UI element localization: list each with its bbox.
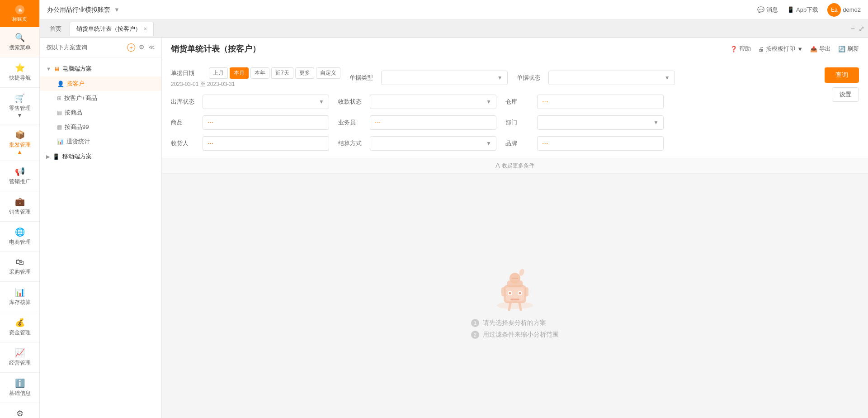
date-label: 单据日期 [171,69,203,77]
settlement-control[interactable]: ▼ [370,136,496,151]
empty-hints: 1 请先选择要分析的方案 2 用过滤条件来缩小分析范围 [471,319,559,339]
page-actions: ❓ 帮助 🖨 按模板打印 ▼ 📤 导出 🔄 刷新 [730,45,859,53]
order-type-control[interactable]: ▼ [381,71,508,85]
sidebar-item-label: 经营管理 [9,359,31,367]
date-btn-this-month[interactable]: 本月 [230,67,249,79]
app-download-item[interactable]: 📱 App下载 [787,6,818,14]
sidebar-item-inventory[interactable]: 📊 库存核算 [0,282,39,312]
retail-icon: 🛒 [15,93,25,103]
warehouse-control[interactable]: ··· [537,95,664,109]
sidebar-item-search[interactable]: 🔍 搜索菜单 [0,27,39,57]
department-label: 部门 [505,119,537,127]
sidebar-item-wholesale[interactable]: 📦 批发管理 ▲ [0,124,39,161]
print-dropdown-icon: ▼ [797,46,803,52]
date-btn-7days[interactable]: 近7天 [271,67,293,79]
sidebar-item-marketing[interactable]: 📢 营销推广 [0,161,39,191]
print-icon: 🖨 [758,46,764,52]
date-shortcuts: 上月 本月 本年 近7天 更多 自定义 [209,67,340,79]
message-item[interactable]: 💬 消息 [757,6,778,14]
date-btn-custom[interactable]: 自定义 [316,67,340,79]
filter-department-field: 部门 ▼ [505,115,664,130]
sidebar-item-operations[interactable]: 📈 经营管理 [0,342,39,373]
hint-text-1: 请先选择要分析的方案 [483,319,546,327]
collapse-bar[interactable]: ⋀ 收起更多条件 [162,158,868,174]
chevron-down-icon: ▼ [319,99,324,105]
filter-item-by-customer[interactable]: 👤 按客户 [40,76,161,91]
svg-line-16 [519,303,521,310]
order-status-control[interactable]: ▼ [548,71,675,85]
filter-payment-field: 收款状态 ▼ [338,95,496,109]
refresh-action[interactable]: 🔄 刷新 [838,45,859,53]
date-btn-last-month[interactable]: 上月 [209,67,228,79]
tab-close-button[interactable]: × [144,26,147,32]
sidebar-item-quicknav[interactable]: ⭐ 快捷导航 [0,57,39,88]
svg-rect-13 [501,287,505,296]
filter-item-label: 按商品99 [65,123,89,131]
filter-item-return-stats[interactable]: 📊 退货统计 [40,134,161,149]
sidebar-item-label: 零售管理 [9,104,31,112]
sidebar-item-purchase[interactable]: 🛍 采购管理 [0,252,39,282]
department-control[interactable]: ▼ [537,115,664,130]
logo-area: 畅 标账页 [0,0,39,27]
product-control[interactable]: ··· [203,115,329,130]
settings-button[interactable]: 设置 [832,87,859,102]
query-button[interactable]: 查询 [825,67,859,83]
filter-item-label: 按客户+商品 [64,94,97,102]
collapse-sidebar-button[interactable]: ≪ [148,43,155,52]
print-action[interactable]: 🖨 按模板打印 ▼ [758,45,803,53]
chevron-down-icon: ▼ [653,119,659,126]
salesperson-label: 业务员 [338,119,370,127]
stock-out-label: 出库状态 [171,98,203,106]
filter-order-type-field: 单据类型 ▼ [349,71,508,85]
tab-bar: 首页 销货单统计表（按客户） × − ⤢ [40,20,868,38]
sidebar-item-basics[interactable]: ℹ️ 基础信息 [0,373,39,403]
customer-icon: 👤 [57,81,64,87]
page-wrapper: 按以下方案查询 + ⚙ ≪ ▼ 🖥 电脑端方案 👤 按客户 [40,38,868,418]
suite-dropdown-icon[interactable]: ▼ [114,6,120,13]
sidebar-item-finance[interactable]: 💰 资金管理 [0,312,39,342]
date-btn-this-year[interactable]: 本年 [250,67,269,79]
settings-scheme-button[interactable]: ⚙ [139,43,145,52]
filter-product-field: 商品 ··· [171,115,329,130]
user-item[interactable]: Ea demo2 [827,3,861,17]
svg-point-7 [509,292,511,294]
tab-home[interactable]: 首页 [43,22,68,36]
payment-control[interactable]: ▼ [370,95,496,109]
desktop-group-label: 电脑端方案 [62,65,92,73]
sidebar-item-sales[interactable]: 💼 销售管理 [0,191,39,222]
dots-icon: ··· [375,119,381,127]
sidebar-item-ecommerce[interactable]: 🌐 电商管理 [0,222,39,252]
hint-num-1: 1 [471,319,479,327]
filter-item-by-product[interactable]: ▦ 按商品 [40,105,161,120]
filter-group-mobile-header[interactable]: ▶ 📱 移动端方案 [40,149,161,164]
help-action[interactable]: ❓ 帮助 [730,45,751,53]
dots-icon: ··· [542,98,548,106]
stock-out-control[interactable]: ▼ [203,95,329,109]
filter-stock-out-field: 出库状态 ▼ [171,95,329,109]
filter-item-by-customer-product[interactable]: ⊞ 按客户+商品 [40,91,161,105]
tab-minimize-button[interactable]: − [851,25,855,33]
marketing-icon: 📢 [15,166,25,176]
brand-control[interactable]: ··· [537,136,664,151]
tab-active[interactable]: 销货单统计表（按客户） × [70,22,154,36]
salesperson-control[interactable]: ··· [370,115,496,130]
sidebar-item-system[interactable]: ⚙ 系统管理 [0,403,39,418]
tab-maximize-button[interactable]: ⤢ [859,24,864,33]
filter-item-label: 退货统计 [66,138,90,146]
refresh-label: 刷新 [847,45,859,53]
page-title-bar: 销货单统计表（按客户） ❓ 帮助 🖨 按模板打印 ▼ 📤 导出 [162,38,868,60]
filter-group-desktop-header[interactable]: ▼ 🖥 电脑端方案 [40,61,161,76]
date-btn-more[interactable]: 更多 [295,67,314,79]
receiver-control[interactable]: ··· [203,136,329,151]
export-action[interactable]: 📤 导出 [810,45,831,53]
svg-line-15 [509,303,510,310]
customer-product-icon: ⊞ [57,95,61,101]
filter-header: 按以下方案查询 + ⚙ ≪ [40,38,161,57]
sidebar-item-retail[interactable]: 🛒 零售管理 ▼ [0,88,39,124]
export-icon: 📤 [810,46,817,52]
filter-item-by-product-99[interactable]: ▦ 按商品99 [40,120,161,134]
system-icon: ⚙ [16,408,24,418]
date-range-text: 2023-03-01 至 2023-03-31 [171,81,235,88]
add-scheme-button[interactable]: + [127,43,135,52]
product99-icon: ▦ [57,124,62,130]
